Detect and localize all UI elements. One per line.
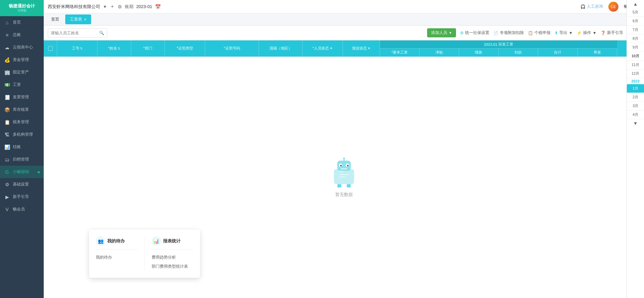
th-id[interactable]: 工号 ⇅ (57, 40, 98, 56)
date-item-10[interactable]: 10月 (627, 52, 644, 61)
popup-item-dept-cost[interactable]: 部门费用类型统计表 (152, 262, 194, 271)
th-send-status[interactable]: 报送状态 ▼ (343, 40, 380, 56)
date-item-4[interactable]: 4月 (627, 110, 644, 119)
sidebar-label: 固定资产 (13, 69, 29, 75)
date-item-3[interactable]: 3月 (627, 102, 644, 110)
fund-icon: 💰 (4, 57, 10, 63)
date-item-6[interactable]: 6月 (627, 17, 644, 26)
inventory-icon: 📦 (4, 107, 10, 112)
sidebar-item-basic-settings[interactable]: ⚙ 基础设置 (0, 178, 44, 191)
sidebar-item-cloud-report[interactable]: ☁ 云报表中心 (0, 41, 44, 54)
date-nav-up[interactable]: ▲ (627, 0, 644, 8)
special-deduct-icon: 📄 (493, 31, 498, 35)
sidebar-label: 结账 (13, 144, 21, 150)
search-input[interactable] (51, 31, 98, 35)
date-nav-down[interactable]: ▼ (627, 119, 644, 127)
date-panel: ▲ 5月 6月 7月 8月 9月 10月 11月 12月 2023 1月 2月 … (627, 0, 644, 298)
tab-close-icon[interactable]: × (84, 17, 86, 22)
sidebar-item-archive[interactable]: 🗂 归档管理 (0, 153, 44, 166)
search-icon[interactable]: 🔍 (99, 31, 104, 35)
sidebar-item-xiao-chang[interactable]: G 小畅报销 ◀ (0, 166, 44, 178)
sidebar-item-fund[interactable]: 💰 资金管理 (0, 54, 44, 66)
sidebar-item-vip[interactable]: V 畅会员 (0, 203, 44, 216)
sidebar-item-salary[interactable]: 💵 工资 (0, 78, 44, 91)
sidebar-item-home[interactable]: ⌂ 首页 (0, 16, 44, 29)
sidebar-item-multi-org[interactable]: 🏗 多机构管理 (0, 128, 44, 141)
company-settings-icon[interactable]: ⚙ (118, 4, 122, 9)
date-item-11[interactable]: 11月 (627, 61, 644, 69)
th-person-status[interactable]: *人员状态 ▼ (303, 40, 343, 56)
sidebar-item-settle[interactable]: 📊 结账 (0, 141, 44, 153)
add-person-button[interactable]: 添加人员 ▼ (427, 28, 456, 37)
add-company-button[interactable]: ＋ (110, 3, 115, 10)
date-item-7[interactable]: 7月 (627, 26, 644, 34)
social-security-icon: ⚙ (460, 31, 464, 35)
sidebar-item-inventory[interactable]: 📦 库存核算 (0, 103, 44, 116)
sidebar-item-new-guide[interactable]: ▶ 新手引导 (0, 191, 44, 203)
add-person-arrow-icon: ▼ (449, 31, 452, 35)
date-item-12[interactable]: 12月 (627, 69, 644, 78)
date-item-1[interactable]: 1月 (627, 84, 644, 93)
toolbar: 🔍 添加人员 ▼ ⚙ 统一社保设置 📄 专项附加扣除 📋 个税申报 ⬆ 导出 (44, 26, 644, 40)
sidebar-item-tax[interactable]: 📋 税务管理 (0, 116, 44, 128)
th-idtype: *证照类型 (165, 40, 205, 56)
th-nation-label: 国籍（地区） (270, 46, 292, 51)
popup-report-title: 报表统计 (163, 238, 181, 244)
export-label: 导出 (559, 30, 567, 36)
special-deduct-button[interactable]: 📄 专项附加扣除 (493, 30, 524, 36)
sidebar-item-ledger[interactable]: ≡ 总账 (0, 29, 44, 41)
service-button[interactable]: 🎧 人工咨询 (580, 4, 603, 9)
svg-rect-11 (339, 174, 349, 175)
period-label: 账期 (125, 4, 134, 10)
sidebar-item-invoice[interactable]: 🧾 发票管理 (0, 91, 44, 103)
th-name[interactable]: *姓名 ⇅ (98, 40, 131, 56)
tax-icon: 📋 (4, 120, 10, 125)
date-item-2[interactable]: 2月 (627, 93, 644, 102)
individual-tax-button[interactable]: 📋 个税申报 (528, 30, 551, 36)
toolbar-actions: 添加人员 ▼ ⚙ 统一社保设置 📄 专项附加扣除 📋 个税申报 ⬆ 导出 ▼ ⚡ (427, 28, 640, 37)
salary-icon: 💵 (4, 82, 10, 88)
export-button[interactable]: ⬆ 导出 ▼ (555, 30, 573, 36)
individual-tax-label: 个税申报 (534, 30, 551, 36)
svg-rect-10 (347, 184, 351, 188)
date-item-9[interactable]: 9月 (627, 43, 644, 52)
service-label: 人工咨询 (587, 4, 603, 9)
filter-icon[interactable]: ▼ (330, 46, 333, 50)
tab-home[interactable]: 首页 (46, 14, 64, 24)
date-item-8[interactable]: 8月 (627, 34, 644, 43)
send-filter-icon[interactable]: ▼ (368, 46, 371, 50)
sidebar-label: 税务管理 (13, 119, 29, 125)
social-security-button[interactable]: ⚙ 统一社保设置 (460, 30, 489, 36)
sidebar-label: 多机构管理 (13, 132, 33, 137)
company-dropdown-icon[interactable]: ▼ (103, 4, 107, 9)
svg-rect-12 (339, 176, 346, 177)
tab-salary-table[interactable]: 工资表 × (65, 14, 91, 24)
sidebar: 畅捷通好会计 试用版 ⌂ 首页 ≡ 总账 ☁ 云报表中心 💰 资金管理 🏢 固定… (0, 0, 44, 298)
popup-item-todo[interactable]: 我的待办 (96, 253, 138, 262)
svg-point-8 (343, 158, 345, 159)
guide-icon: ▶ (4, 194, 10, 200)
new-guide-button[interactable]: ❓ 新手引导 (601, 30, 623, 36)
popup-todo-icon: 👥 (96, 236, 105, 246)
operation-icon: ⚡ (577, 31, 582, 35)
popup-item-cost-trend[interactable]: 费用趋势分析 (152, 253, 194, 262)
th-name-label: *姓名 (108, 46, 117, 51)
invoice-icon: 🧾 (4, 95, 10, 100)
logo-badge: 试用版 (17, 8, 27, 13)
select-all-checkbox[interactable] (48, 46, 53, 51)
svg-rect-9 (337, 184, 341, 188)
special-deduct-label: 专项附加扣除 (500, 30, 524, 36)
sidebar-item-fixed-asset[interactable]: 🏢 固定资产 (0, 66, 44, 78)
th-id-label: 工号 (72, 46, 79, 51)
salary-year-label: 2023.01 (484, 42, 497, 46)
calendar-icon[interactable]: 📅 (155, 4, 161, 9)
period-value: 2023-01 (136, 4, 152, 9)
tabbar: 首页 工资表 × × (44, 13, 644, 26)
sidebar-label: 畅会员 (13, 206, 25, 212)
th-base-salary: *基本工资 (380, 48, 420, 56)
th-checkbox[interactable] (44, 40, 57, 56)
th-allowance: 津贴 (420, 48, 459, 56)
search-wrap: 🔍 (48, 28, 107, 38)
date-item-5[interactable]: 5月 (627, 8, 644, 17)
operation-button[interactable]: ⚡ 操作 ▼ (577, 30, 597, 36)
